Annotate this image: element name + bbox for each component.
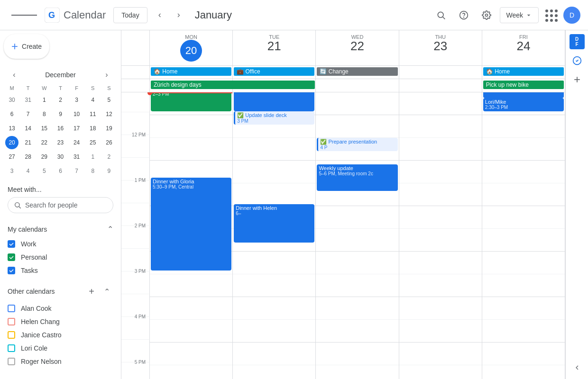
time-slot[interactable] xyxy=(316,320,398,343)
mini-cal-day[interactable]: 30 xyxy=(54,150,67,163)
time-slot[interactable] xyxy=(150,138,232,161)
mini-cal-day[interactable]: 29 xyxy=(37,150,51,163)
mini-cal-day[interactable]: 19 xyxy=(102,122,116,135)
day-header[interactable]: THU 23 xyxy=(399,30,482,65)
calendar-checkbox[interactable] xyxy=(8,331,15,339)
time-slot[interactable] xyxy=(482,229,565,252)
mini-cal-day[interactable]: 4 xyxy=(21,164,35,178)
add-panel-button[interactable] xyxy=(570,72,585,87)
time-slot[interactable] xyxy=(150,365,232,379)
time-slot[interactable] xyxy=(399,92,482,115)
multiday-event[interactable]: Zürich design days xyxy=(151,81,315,89)
day-header[interactable]: FRI 24 xyxy=(482,30,565,65)
time-slot[interactable] xyxy=(399,115,482,138)
mini-cal-day[interactable]: 9 xyxy=(102,164,116,178)
avatar[interactable]: D xyxy=(563,7,580,24)
calendar-checkbox[interactable] xyxy=(8,318,15,325)
allday-event[interactable]: 🏠 Home xyxy=(151,67,231,76)
calendar-checkbox[interactable] xyxy=(8,253,15,261)
mini-cal-day[interactable]: 16 xyxy=(54,122,67,135)
mini-cal-day[interactable]: 12 xyxy=(102,108,116,121)
mini-cal-day[interactable]: 28 xyxy=(21,150,35,163)
mini-cal-day[interactable]: 20 xyxy=(5,136,18,149)
day-header[interactable]: WED 22 xyxy=(316,30,399,65)
other-calendar-item[interactable]: Janice Castro xyxy=(4,328,117,342)
time-slot[interactable] xyxy=(482,365,565,379)
time-slot[interactable] xyxy=(150,343,232,365)
calendar-event[interactable]: Dinner with Helen6– xyxy=(234,204,314,243)
mini-cal-day[interactable]: 22 xyxy=(37,136,51,149)
mini-cal-day[interactable]: 9 xyxy=(54,108,67,121)
search-people-input[interactable]: Search for people xyxy=(8,197,113,213)
time-slot[interactable] xyxy=(399,161,482,183)
allday-event[interactable]: 🔄 Change xyxy=(317,67,397,76)
calendar-event[interactable]: Lori/Mike2:30–3 PM xyxy=(483,98,564,111)
other-calendars-toggle[interactable]: ⌃ xyxy=(100,285,113,298)
time-slot[interactable] xyxy=(482,252,565,274)
menu-button[interactable] xyxy=(8,10,41,20)
time-slot[interactable] xyxy=(399,274,482,297)
mini-cal-day[interactable]: 5 xyxy=(102,93,116,107)
today-button[interactable]: Today xyxy=(113,7,147,23)
time-slot[interactable] xyxy=(482,297,565,320)
mini-cal-day[interactable]: 27 xyxy=(5,150,18,163)
mini-cal-day[interactable]: 7 xyxy=(70,164,83,178)
mini-cal-day[interactable]: 14 xyxy=(21,122,35,135)
day-header[interactable]: MON 20 xyxy=(150,30,233,65)
mini-cal-day[interactable]: 11 xyxy=(86,108,100,121)
calendar-checkbox[interactable] xyxy=(8,344,15,352)
mini-cal-day[interactable]: 31 xyxy=(21,93,35,107)
time-slot[interactable] xyxy=(233,161,315,183)
calendar-checkbox[interactable] xyxy=(8,358,15,365)
time-slot[interactable] xyxy=(233,274,315,297)
mini-cal-day[interactable]: 23 xyxy=(54,136,67,149)
time-slot[interactable] xyxy=(316,206,398,229)
time-slot[interactable] xyxy=(399,343,482,365)
my-calendars-header[interactable]: My calendars ⌃ xyxy=(4,221,117,237)
other-calendar-item[interactable]: Lori Cole xyxy=(4,342,117,355)
time-slot[interactable] xyxy=(316,343,398,365)
other-calendar-item[interactable]: Helen Chang xyxy=(4,315,117,328)
time-slot[interactable] xyxy=(150,115,232,138)
create-button[interactable]: + Create xyxy=(4,34,49,59)
calendar-checkbox[interactable] xyxy=(8,305,15,312)
view-selector[interactable]: Week xyxy=(500,7,539,23)
calendar-event[interactable]: ✅ Prepare presentation4 P xyxy=(317,138,397,151)
calendar-event[interactable]: Marketing workshop12–3 PMMeeting room 4a xyxy=(234,92,314,111)
mini-cal-day[interactable]: 1 xyxy=(86,150,100,163)
calendar-checkbox[interactable] xyxy=(8,240,15,248)
help-button[interactable] xyxy=(454,6,473,25)
time-slot[interactable] xyxy=(399,229,482,252)
time-slot[interactable] xyxy=(233,297,315,320)
settings-button[interactable] xyxy=(477,6,496,25)
time-slot[interactable] xyxy=(316,365,398,379)
mini-cal-day[interactable]: 2 xyxy=(102,150,116,163)
other-calendar-item[interactable]: Alan Cook xyxy=(4,302,117,315)
calendar-event[interactable]: Weekly update5–6 PM, Meeting room 2c xyxy=(317,164,397,191)
time-slot[interactable] xyxy=(150,297,232,320)
time-slot[interactable] xyxy=(316,115,398,138)
time-slot[interactable] xyxy=(233,320,315,343)
mini-cal-day[interactable]: 6 xyxy=(5,108,18,121)
mini-cal-day[interactable]: 13 xyxy=(5,122,18,135)
mini-cal-day[interactable]: 26 xyxy=(102,136,116,149)
mini-cal-day[interactable]: 6 xyxy=(54,164,67,178)
mini-cal-day[interactable]: 18 xyxy=(86,122,100,135)
mini-cal-next[interactable]: › xyxy=(100,68,113,81)
time-slot[interactable] xyxy=(399,252,482,274)
mini-cal-day[interactable]: 31 xyxy=(70,150,83,163)
mini-cal-day[interactable]: 2 xyxy=(54,93,67,107)
mini-cal-day[interactable]: 3 xyxy=(70,93,83,107)
time-slot[interactable] xyxy=(482,115,565,138)
mini-cal-day[interactable]: 17 xyxy=(70,122,83,135)
mini-cal-day[interactable]: 21 xyxy=(21,136,35,149)
time-slot[interactable] xyxy=(399,138,482,161)
apps-button[interactable] xyxy=(542,7,560,24)
time-slot[interactable] xyxy=(316,92,398,115)
time-slot[interactable] xyxy=(482,274,565,297)
calendar-event[interactable]: Dinner with Gloria5:30–9 PM, Central xyxy=(151,178,231,271)
prev-button[interactable]: ‹ xyxy=(151,7,168,24)
dwelling-fund-badge[interactable]: DF xyxy=(570,34,585,49)
time-slot[interactable] xyxy=(399,183,482,206)
time-slot[interactable] xyxy=(482,161,565,183)
